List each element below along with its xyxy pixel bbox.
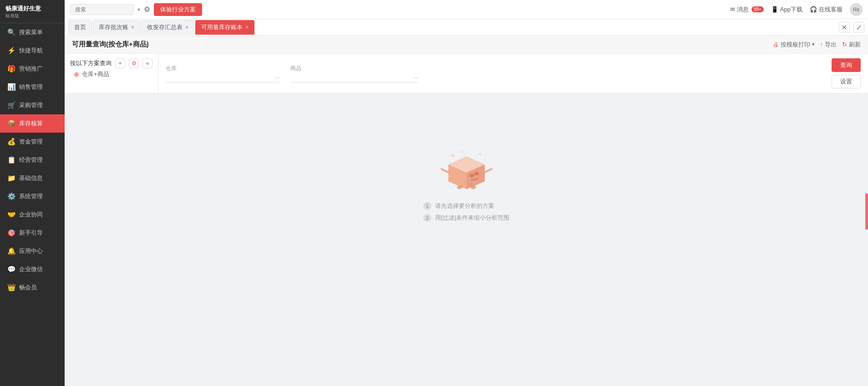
sidebar-icon-system: ⚙️	[7, 192, 15, 201]
warehouse-more-btn[interactable]: ···	[275, 74, 279, 81]
refresh-label: 刷新	[849, 41, 861, 49]
filter-add-btn[interactable]: +	[115, 58, 125, 68]
print-label: 按模板打印	[781, 41, 810, 49]
sidebar-icon-newbie: 🎯	[7, 229, 15, 237]
warehouse-input-wrap: ···	[166, 74, 279, 82]
sidebar-label-wechat: 企业微信	[19, 265, 43, 273]
product-more-btn[interactable]: ···	[413, 74, 418, 81]
sidebar-item-inventory[interactable]: 📦 库存核算	[0, 114, 65, 133]
tab-available-account[interactable]: 可用量库存账本 ×	[195, 20, 254, 35]
svg-point-5	[474, 172, 479, 175]
warehouse-label: 仓库	[166, 65, 279, 72]
sidebar-label-enterprise: 企业协同	[19, 211, 43, 219]
print-action[interactable]: 🖨 按模板打印 ▾	[773, 41, 815, 49]
app-download-label: App下载	[780, 5, 802, 14]
sidebar-icon-sales: 📊	[7, 83, 15, 91]
trial-button[interactable]: 体验行业方案	[154, 3, 202, 16]
sidebar-item-wechat[interactable]: 💬 企业微信	[0, 260, 65, 278]
user-avatar[interactable]: Rit	[850, 3, 863, 16]
sidebar-icon-basic: 📁	[7, 174, 15, 182]
sidebar-icon-shortcut: ⚡	[7, 46, 15, 55]
scheme-icon: ⊕	[74, 71, 79, 78]
hint-num-1: 1	[423, 202, 431, 210]
right-scrollbar[interactable]	[865, 193, 868, 230]
tab-home[interactable]: 首页	[68, 20, 92, 35]
sidebar-item-enterprise[interactable]: 🤝 企业协同	[0, 206, 65, 224]
topbar-gear-icon[interactable]: ⚙	[144, 5, 150, 14]
filter-left: 按以下方案查询 + ⚙ « ⊕ 仓库+商品	[65, 54, 158, 93]
sidebar-item-app-center[interactable]: 🔔 应用中心	[0, 242, 65, 260]
tab-batch-account-label: 库存批次账	[99, 23, 128, 31]
topbar-chevron-icon[interactable]: ▾	[137, 6, 140, 13]
sidebar-label-search: 搜索菜单	[19, 28, 43, 36]
sidebar-icon-member: 👑	[7, 283, 15, 292]
tab-home-label: 首页	[74, 23, 86, 31]
query-button[interactable]: 查询	[832, 58, 861, 72]
svg-point-10	[452, 154, 454, 157]
sidebar-label-purchase: 采购管理	[19, 101, 43, 109]
sidebar-icon-inventory: 📦	[7, 119, 15, 128]
empty-svg	[439, 147, 494, 193]
product-input-wrap: ···	[290, 74, 418, 82]
app-name: 畅康通好生意	[5, 5, 59, 13]
topbar-search-input[interactable]	[70, 4, 134, 15]
sidebar-item-finance[interactable]: 💰 资金管理	[0, 133, 65, 151]
warehouse-input[interactable]	[166, 74, 275, 81]
filter-container: 按以下方案查询 + ⚙ « ⊕ 仓库+商品 仓库 ···	[65, 54, 868, 93]
sidebar-item-purchase[interactable]: 🛒 采购管理	[0, 96, 65, 114]
tabs-bar: 首页 库存批次账 × 收发存汇总表 × 可用量库存账本 × ✕ ⤢	[65, 19, 868, 36]
sidebar-logo: 畅康通好生意 标准版	[0, 0, 65, 23]
sidebar-item-member[interactable]: 👑 畅会员	[0, 278, 65, 297]
message-btn[interactable]: ✉ 消息 99+	[730, 5, 764, 14]
export-label: 导出	[825, 41, 837, 49]
svg-line-9	[485, 169, 492, 172]
sidebar-item-search[interactable]: 🔍 搜索菜单	[0, 23, 65, 41]
print-chevron: ▾	[812, 41, 815, 47]
empty-hints: 1 请先选择要分析的方案 2 用[过滤]条件来缩小分析范围	[423, 202, 509, 222]
phone-icon: 📱	[771, 6, 778, 13]
sidebar-nav: 🔍 搜索菜单 ⚡ 快捷导航 🎁 营销推广 📊 销售管理 🛒 采购管理 📦 库存核…	[0, 23, 65, 386]
product-input[interactable]	[290, 74, 413, 81]
sidebar-item-newbie[interactable]: 🎯 新手引导	[0, 224, 65, 242]
headset-icon: 🎧	[810, 6, 817, 13]
app-download-btn[interactable]: 📱 App下载	[771, 5, 802, 14]
tab-restore-btn[interactable]: ⤢	[853, 22, 864, 33]
sidebar-label-system: 系统管理	[19, 192, 43, 201]
page-title: 可用量查询(按仓库+商品)	[72, 40, 149, 49]
empty-hint-2: 2 用[过滤]条件来缩小分析范围	[423, 214, 509, 222]
sidebar-item-sales[interactable]: 📊 销售管理	[0, 78, 65, 96]
sidebar-item-operation[interactable]: 📋 经营管理	[0, 151, 65, 169]
page-actions: 🖨 按模板打印 ▾ ↑ 导出 ↻ 刷新	[773, 41, 861, 49]
sidebar-icon-search: 🔍	[7, 28, 15, 36]
sidebar: 畅康通好生意 标准版 🔍 搜索菜单 ⚡ 快捷导航 🎁 营销推广 📊 销售管理 🛒…	[0, 0, 65, 386]
tabs-controls: ✕ ⤢	[839, 22, 864, 33]
settings-button[interactable]: 设置	[832, 75, 861, 88]
sidebar-item-basic[interactable]: 📁 基础信息	[0, 169, 65, 187]
sidebar-icon-enterprise: 🤝	[7, 211, 15, 219]
tab-available-account-close[interactable]: ×	[245, 24, 249, 31]
sidebar-label-finance: 资金管理	[19, 138, 43, 146]
svg-line-8	[442, 169, 448, 172]
svg-point-6	[457, 185, 462, 189]
sidebar-icon-wechat: 💬	[7, 265, 15, 273]
filter-settings-btn[interactable]: ⚙	[129, 58, 139, 68]
hint-num-2: 2	[423, 214, 431, 222]
sidebar-item-marketing-push[interactable]: 🎁 营销推广	[0, 60, 65, 78]
export-action[interactable]: ↑ 导出	[820, 41, 837, 49]
empty-state: 1 请先选择要分析的方案 2 用[过滤]条件来缩小分析范围	[65, 93, 868, 276]
svg-point-7	[471, 185, 476, 189]
refresh-action[interactable]: ↻ 刷新	[842, 41, 861, 49]
tab-receive-summary-close[interactable]: ×	[185, 24, 188, 31]
tab-close-btn[interactable]: ✕	[839, 22, 850, 33]
tab-receive-summary[interactable]: 收发存汇总表 ×	[141, 20, 194, 35]
sidebar-icon-marketing-push: 🎁	[7, 65, 15, 73]
tab-batch-account-close[interactable]: ×	[131, 24, 134, 31]
filter-scheme-warehouse-product[interactable]: ⊕ 仓库+商品	[70, 68, 152, 80]
filter-collapse-btn[interactable]: «	[142, 58, 152, 68]
topbar: ▾ ⚙ 体验行业方案 ✉ 消息 99+ 📱 App下载 🎧 在线客服 Rit	[65, 0, 868, 19]
tab-batch-account[interactable]: 库存批次账 ×	[93, 20, 140, 35]
online-service-btn[interactable]: 🎧 在线客服	[810, 5, 843, 14]
sidebar-label-shortcut: 快捷导航	[19, 46, 43, 55]
sidebar-item-system[interactable]: ⚙️ 系统管理	[0, 187, 65, 206]
sidebar-item-shortcut[interactable]: ⚡ 快捷导航	[0, 41, 65, 60]
